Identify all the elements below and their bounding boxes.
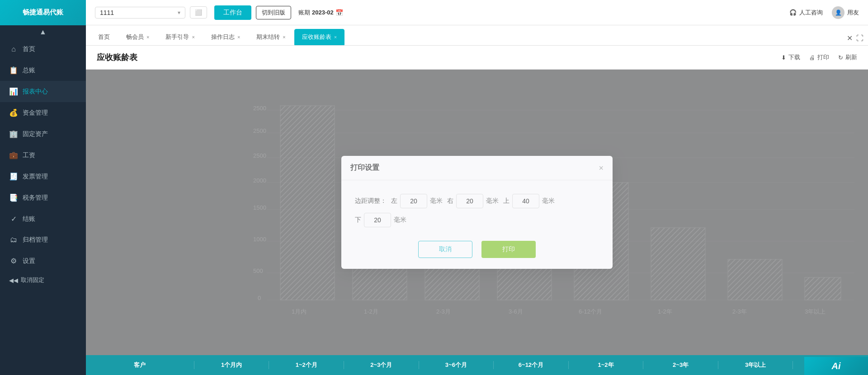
tab-close-period-close[interactable]: × (283, 34, 285, 40)
sidebar-item-assets[interactable]: 🏢固定资产 (0, 123, 86, 145)
margin-right-group: 右 毫米 (447, 194, 499, 208)
sidebar-label-checkout: 结账 (23, 215, 35, 223)
tab-home[interactable]: 首页 (90, 29, 118, 45)
salary-icon: 💼 (9, 151, 18, 159)
top-label: 上 (503, 197, 509, 205)
download-button[interactable]: ⬇ 下载 (781, 53, 800, 61)
tab-close-member[interactable]: × (146, 34, 149, 40)
modal-footer: 取消 打印 (341, 236, 613, 269)
tab-member[interactable]: 畅会员× (118, 29, 157, 45)
table-header-cell-0: 客户 (86, 361, 194, 369)
print-settings-modal: 打印设置 × 边距调整： 左 毫米 (341, 156, 613, 269)
margin-left-input[interactable] (400, 194, 427, 208)
print-icon: 🖨 (809, 54, 815, 61)
sidebar-label-settings: 设置 (23, 257, 35, 265)
tab-label-log: 操作日志 (211, 33, 235, 41)
user-area[interactable]: 👤 用友 (832, 6, 859, 19)
sidebar-item-capital[interactable]: 💰资金管理 (0, 102, 86, 123)
sidebar-label-report: 报表中心 (23, 88, 48, 96)
modal-title: 打印设置 (350, 163, 379, 173)
table-header-cell-8: 3年以上 (718, 361, 793, 369)
report-icon: 📊 (9, 87, 18, 96)
tab-close-guide[interactable]: × (192, 34, 194, 40)
tab-close-log[interactable]: × (237, 34, 240, 40)
sidebar-item-salary[interactable]: 💼工资 (0, 145, 86, 166)
refresh-button[interactable]: ↻ 刷新 (838, 53, 857, 61)
page-content: 应收账龄表 ⬇ 下载 🖨 打印 ↻ 刷新 (86, 46, 868, 375)
capital-icon: 💰 (9, 108, 18, 117)
tab-label-guide: 新手引导 (165, 33, 189, 41)
modal-body: 边距调整： 左 毫米 右 毫米 (341, 180, 613, 236)
table-header-cell-3: 2~3个月 (344, 361, 419, 369)
tab-maximize-button[interactable]: ⛶ (856, 34, 863, 42)
tab-close-aging[interactable]: × (334, 34, 337, 40)
download-icon: ⬇ (781, 54, 786, 61)
sidebar-label-ledger: 总账 (23, 66, 35, 75)
print-button[interactable]: 🖨 打印 (809, 53, 829, 61)
cancel-button[interactable]: 取消 (418, 241, 472, 258)
sidebar-scroll-up[interactable]: ▲ (0, 25, 86, 39)
copy-button[interactable]: ⬜ (190, 6, 207, 19)
sidebar-item-home[interactable]: ⌂首页 (0, 39, 86, 60)
sidebar-item-archive[interactable]: 🗂归档管理 (0, 230, 86, 250)
table-header-cell-5: 6~12个月 (494, 361, 569, 369)
chart-area: 2500 2500 2500 2000 1500 1000 500 0 (86, 70, 868, 355)
consultant-button[interactable]: 🎧 人工咨询 (789, 9, 823, 17)
table-header-row: 客户1个月内1~2个月2~3个月3~6个月6~12个月1~2年2~3年3年以上合… (86, 355, 868, 375)
margin-row: 边距调整： 左 毫米 右 毫米 (355, 194, 599, 227)
sidebar-item-checkout[interactable]: ✓结账 (0, 208, 86, 230)
workbench-button[interactable]: 工作台 (214, 5, 251, 20)
sidebar-label-tax: 税务管理 (23, 194, 48, 202)
headset-icon: 🎧 (789, 9, 797, 16)
ledger-icon: 📋 (9, 66, 18, 75)
right-unit: 毫米 (486, 197, 499, 205)
sidebar-item-report[interactable]: 📊报表中心 (0, 81, 86, 102)
margin-top-input[interactable] (512, 194, 539, 208)
user-icon: 👤 (835, 9, 842, 16)
tab-label-member: 畅会员 (126, 33, 144, 41)
period-value: 2023-02 (312, 9, 334, 16)
tab-close-button[interactable]: ✕ (847, 34, 853, 42)
company-name: 1111 (100, 9, 174, 16)
company-selector[interactable]: 1111 ▾ (95, 7, 185, 19)
print-confirm-button[interactable]: 打印 (481, 241, 536, 258)
home-icon: ⌂ (9, 45, 18, 53)
page-header: 应收账龄表 ⬇ 下载 🖨 打印 ↻ 刷新 (86, 46, 868, 70)
table-header-cell-4: 3~6个月 (419, 361, 494, 369)
refresh-icon: ↻ (838, 54, 843, 61)
calendar-icon[interactable]: 📅 (335, 9, 343, 16)
margin-left-group: 左 毫米 (391, 194, 443, 208)
tab-guide[interactable]: 新手引导× (158, 29, 202, 45)
margin-bottom-input[interactable] (364, 213, 391, 227)
sidebar-label-salary: 工资 (23, 151, 35, 159)
period-label: 账期 (298, 9, 310, 17)
tab-aging[interactable]: 应收账龄表× (294, 29, 344, 45)
tabs-bar: 首页畅会员×新手引导×操作日志×期末结转×应收账龄表× ✕ ⛶ (86, 25, 868, 46)
modal-close-button[interactable]: × (599, 164, 604, 172)
consultant-label: 人工咨询 (799, 9, 823, 17)
left-unit: 毫米 (430, 197, 443, 205)
margin-right-input[interactable] (456, 194, 483, 208)
sidebar-item-settings[interactable]: ⚙设置 (0, 250, 86, 272)
dropdown-arrow-icon: ▾ (178, 9, 180, 16)
old-version-button[interactable]: 切到旧版 (256, 6, 291, 19)
sidebar-collapse-button[interactable]: ◀◀ 取消固定 (0, 272, 86, 289)
tab-label-home: 首页 (98, 33, 110, 41)
sidebar-label-capital: 资金管理 (23, 109, 48, 117)
tab-log[interactable]: 操作日志× (203, 29, 248, 45)
sidebar-item-invoice[interactable]: 🧾发票管理 (0, 166, 86, 187)
modal-header: 打印设置 × (341, 156, 613, 180)
sidebar-item-ledger[interactable]: 📋总账 (0, 60, 86, 81)
logo-text: 畅捷通易代账 (23, 8, 63, 17)
download-label: 下载 (788, 53, 800, 61)
tab-period-close[interactable]: 期末结转× (249, 29, 293, 45)
sidebar-item-tax[interactable]: 📑税务管理 (0, 187, 86, 208)
sidebar: ▲ ⌂首页📋总账📊报表中心💰资金管理🏢固定资产💼工资🧾发票管理📑税务管理✓结账🗂… (0, 25, 86, 375)
sidebar-label-assets: 固定资产 (23, 130, 48, 138)
margin-bottom-group: 下 毫米 (355, 213, 406, 227)
print-label: 打印 (817, 53, 829, 61)
period-area: 账期 2023-02 📅 (298, 9, 343, 17)
sidebar-label-invoice: 发票管理 (23, 173, 48, 181)
settings-icon: ⚙ (9, 257, 18, 265)
user-label: 用友 (847, 9, 859, 17)
